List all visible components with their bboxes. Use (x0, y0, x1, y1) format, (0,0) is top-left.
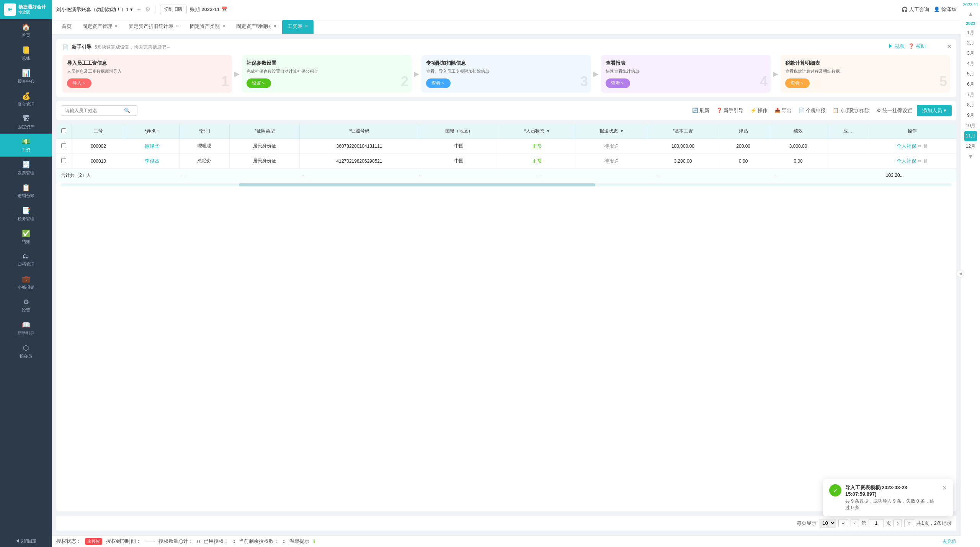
tab-bar: 首页固定资产管理✕固定资产折旧统计表✕固定资产类别✕固定资产明细账✕工资表✕ (52, 19, 961, 34)
tab-close-5[interactable]: ✕ (305, 24, 308, 29)
calendar-up-btn[interactable]: ▲ (961, 9, 980, 19)
consult-btn[interactable]: 🎧 人工咨询 (902, 6, 929, 13)
sidebar-item-税务管理[interactable]: 📑税务管理 (0, 202, 52, 225)
toolbar-action-个税申报[interactable]: 📄个税申报 (796, 106, 828, 116)
guide-video-btn[interactable]: ▶ 视频 ❓ 帮助 (888, 43, 926, 50)
action-label-1: 专项附加扣除 (840, 107, 870, 114)
toolbar-action-导出[interactable]: 📤导出 (772, 106, 794, 116)
sidebar-item-工资[interactable]: 💵工资 (0, 134, 52, 157)
sidebar-item-进销台账[interactable]: 📋进销台账 (0, 180, 52, 202)
tab-固定资产折旧统计表[interactable]: 固定资产折旧统计表✕ (123, 20, 185, 34)
prev-page-btn[interactable]: ‹ (851, 519, 859, 527)
calendar-expand-btn[interactable]: ◀ (957, 270, 964, 278)
sidebar-cancel-fix[interactable]: ◀取消固定 (0, 535, 52, 547)
tab-固定资产明细账[interactable]: 固定资产明细账✕ (231, 20, 282, 34)
tab-close-2[interactable]: ✕ (176, 24, 179, 29)
switch-version-btn[interactable]: 切到旧版 (160, 5, 187, 14)
sidebar-item-报表中心[interactable]: 📊报表中心 (0, 65, 52, 88)
settings-icon[interactable]: ⚙ (145, 6, 150, 13)
last-page-btn[interactable]: » (904, 519, 914, 527)
calendar-month-7月[interactable]: 7月 (964, 90, 977, 100)
calendar-month-4月[interactable]: 4月 (964, 59, 977, 69)
tab-工资表[interactable]: 工资表✕ (282, 20, 314, 34)
table-footer: 合计共（2）人 -- -- -- -- -- -- 103,20... (56, 169, 956, 182)
step-5-btn[interactable]: 查看＞ (785, 78, 810, 88)
tab-固定资产类别[interactable]: 固定资产类别✕ (185, 20, 231, 34)
action-social-0[interactable]: 个人社保 (897, 143, 916, 149)
total-pages: 共1页，2条记录 (916, 520, 952, 527)
account-selector[interactable]: 刘小艳演示账套（勿删勿动！）1 ▾ (56, 6, 133, 13)
checkbox-0[interactable] (61, 143, 66, 148)
scroll-thumb[interactable] (239, 183, 595, 186)
tab-close-1[interactable]: ✕ (114, 24, 118, 29)
sidebar-item-固定资产[interactable]: 🏗固定资产 (0, 111, 52, 134)
calendar-month-6月[interactable]: 6月 (964, 79, 977, 90)
next-page-btn[interactable]: › (893, 519, 902, 527)
search-icon[interactable]: 🔍 (124, 108, 130, 113)
action-social-1[interactable]: 个人社保 (897, 158, 916, 164)
user-info[interactable]: 👤 徐泽华 (934, 6, 956, 13)
tab-固定资产管理[interactable]: 固定资产管理✕ (77, 20, 123, 34)
sidebar-item-归档管理[interactable]: 🗂归档管理 (0, 248, 52, 271)
sidebar-item-总账[interactable]: 📒总账 (0, 42, 52, 65)
filter-icon-send_status[interactable]: ▼ (620, 129, 624, 133)
add-employee-btn[interactable]: 添加人员 ▾ (917, 105, 952, 116)
sidebar-item-新手引导[interactable]: 📖新手引导 (0, 317, 52, 340)
per-page-select[interactable]: 10 20 50 (819, 519, 836, 527)
step-1-btn[interactable]: 导入＞ (67, 78, 91, 88)
tab-close-3[interactable]: ✕ (222, 24, 225, 29)
name-link-1[interactable]: 李俊杰 (145, 158, 160, 164)
tab-首页[interactable]: 首页 (56, 20, 77, 34)
select-all-checkbox[interactable] (61, 128, 66, 133)
edit-icon-0[interactable]: ✏ (918, 143, 922, 149)
toolbar-action-新手引导[interactable]: ❓新手引导 (714, 106, 746, 116)
toolbar-action-操作[interactable]: ⚡操作 (748, 106, 770, 116)
search-input[interactable] (65, 108, 122, 113)
horizontal-scrollbar[interactable] (61, 183, 952, 186)
guide-close-btn[interactable]: ✕ (947, 43, 952, 50)
add-account-icon[interactable]: ＋ (136, 5, 142, 13)
sidebar-item-小畅报销[interactable]: 💼小畅报销 (0, 271, 52, 294)
sidebar-item-发票管理[interactable]: 🧾发票管理 (0, 157, 52, 180)
calendar-month-3月[interactable]: 3月 (964, 48, 977, 59)
tab-close-4[interactable]: ✕ (273, 24, 277, 29)
delete-icon-1[interactable]: 🗑 (923, 158, 928, 164)
guide-title-text: 新手引导 (72, 44, 91, 51)
calendar-month-5月[interactable]: 5月 (964, 69, 977, 79)
step-3-btn[interactable]: 查看＞ (426, 78, 451, 88)
toolbar-action-专项附加扣除[interactable]: 📋专项附加扣除 (830, 106, 872, 116)
cell-1-dept: 总经办 (180, 153, 230, 168)
checkbox-1[interactable] (61, 158, 66, 163)
toolbar-action-刷新[interactable]: 🔄刷新 (690, 106, 712, 116)
action-label-4: 操作 (758, 107, 768, 114)
sidebar-item-设置[interactable]: ⚙设置 (0, 294, 52, 317)
step-2-btn[interactable]: 设置＞ (247, 78, 271, 88)
calendar-month-11月[interactable]: 11月 (964, 131, 977, 141)
name-link-0[interactable]: 徐泽华 (145, 143, 160, 149)
calendar-month-2月[interactable]: 2月 (964, 38, 977, 48)
sort-name[interactable]: *姓名 ⇅ (144, 128, 160, 135)
sidebar-item-畅会员[interactable]: ⬡畅会员 (0, 340, 52, 363)
sidebar-item-资金管理[interactable]: 💰资金管理 (0, 88, 52, 111)
calendar-icon[interactable]: 📅 (221, 7, 227, 12)
page-number-input[interactable]: 1 (869, 519, 884, 527)
calendar-month-9月[interactable]: 9月 (964, 110, 977, 121)
footer-dash5: -- (601, 173, 715, 178)
sidebar-item-结账[interactable]: ✅结账 (0, 225, 52, 248)
filter-icon-person_status[interactable]: ▼ (546, 129, 550, 133)
first-page-btn[interactable]: « (838, 519, 848, 527)
edit-icon-1[interactable]: ✏ (918, 158, 922, 164)
table-row: 000010李俊杰总经办居民身份证412702198206290521中国正常待… (56, 153, 956, 168)
calendar-month-8月[interactable]: 8月 (964, 100, 977, 110)
calendar-down-btn[interactable]: ▼ (961, 152, 980, 162)
toast-close-btn[interactable]: ✕ (942, 484, 947, 491)
step-4-btn[interactable]: 查看＞ (606, 78, 630, 88)
step-1-desc: 人员信息及工资数据新增导入 (67, 68, 227, 75)
calendar-month-10月[interactable]: 10月 (964, 121, 977, 131)
delete-icon-0[interactable]: 🗑 (923, 143, 928, 149)
calendar-month-1月[interactable]: 1月 (964, 28, 977, 38)
charge-link[interactable]: 去充值 (942, 538, 956, 545)
toolbar-action-统一社保设置[interactable]: ⚙统一社保设置 (874, 106, 915, 116)
calendar-month-12月[interactable]: 12月 (964, 141, 977, 152)
sidebar-item-首页[interactable]: 🏠首页 (0, 19, 52, 42)
